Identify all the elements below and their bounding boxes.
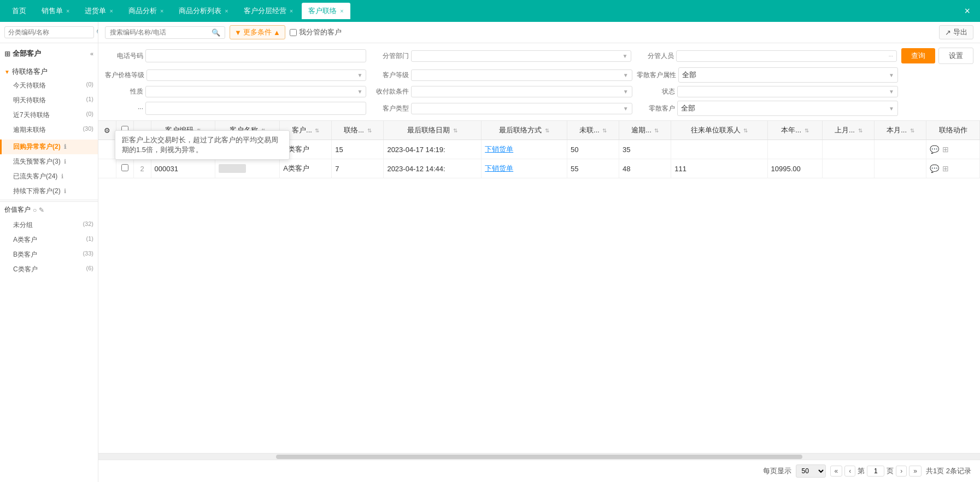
phone-input[interactable] (145, 49, 366, 62)
scroll-thumb[interactable] (276, 455, 802, 459)
price-grade-arrow: ▼ (357, 72, 362, 78)
retail-attr-arrow: ▼ (889, 72, 894, 78)
payment-arrow: ▼ (623, 89, 629, 95)
settings-button[interactable]: 设置 (938, 48, 973, 64)
value-customers-label: 价值客户 (4, 205, 31, 214)
query-button[interactable]: 查询 (901, 48, 935, 63)
main-search-icon[interactable]: 🔍 (212, 28, 220, 37)
main-search-box: 🔍 (105, 26, 225, 39)
value-customers-edit-btn[interactable]: ✎ (39, 206, 44, 214)
row1-chat-icon[interactable]: 💬 (930, 145, 939, 154)
more-conditions-label: 更多条件 (243, 27, 272, 37)
more-conditions-btn[interactable]: ▼ 更多条件 ▲ (230, 25, 285, 39)
dept-select[interactable]: ▼ (411, 50, 632, 62)
nav-purchase[interactable]: 进货单 × (78, 3, 119, 19)
sidebar-item-overdue[interactable]: 逾期未联络(30) (0, 123, 98, 137)
row1-grid-icon[interactable]: ⊞ (942, 145, 949, 154)
horizontal-scrollbar[interactable] (98, 453, 980, 460)
nav-analysis-close[interactable]: × (160, 8, 163, 14)
sidebar-item-lost[interactable]: 已流失客户(24) ℹ (0, 169, 98, 184)
row2-chat-icon[interactable]: 💬 (930, 164, 939, 173)
nav-home[interactable]: 首页 (5, 3, 33, 19)
sidebar-collapse-btn[interactable]: « (90, 50, 93, 57)
per-page-select[interactable]: 50 20 100 (796, 464, 826, 478)
price-grade-select[interactable]: ▼ (146, 69, 366, 81)
last-page-btn[interactable]: » (909, 466, 922, 477)
sidebar-item-c-class[interactable]: C类客户(6) (0, 262, 98, 277)
row2-method-link[interactable]: 下销货单 (485, 164, 513, 172)
row2-grid-icon[interactable]: ⊞ (942, 164, 949, 173)
th-contacts-person[interactable]: 往来单位联系人 ⇅ (671, 121, 767, 140)
value-customers-circle-btn[interactable]: ○ (33, 206, 37, 214)
th-this-month[interactable]: 本月... ⇅ (875, 121, 926, 140)
th-overdue[interactable]: 逾期... ⇅ (619, 121, 671, 140)
th-settings[interactable]: ⚙ (98, 121, 116, 140)
my-customers-checkbox[interactable] (290, 29, 297, 36)
first-page-btn[interactable]: « (830, 466, 843, 477)
th-last-month[interactable]: 上月... ⇅ (823, 121, 875, 140)
nav-analysis[interactable]: 商品分析 × (122, 3, 170, 19)
person-select[interactable]: ··· (676, 50, 897, 62)
row2-name[interactable] (215, 159, 280, 178)
prev-page-btn[interactable]: ‹ (844, 466, 855, 477)
sidebar-item-ungrouped[interactable]: 未分组(32) (0, 218, 98, 233)
row2-last-month (823, 159, 875, 178)
sidebar-search-input[interactable] (4, 26, 94, 38)
row1-last-date: 2023-04-17 14:19: (384, 140, 482, 159)
retail-attr-field: 零散客户属性 全部 ▼ (637, 67, 898, 83)
my-customers-filter[interactable]: 我分管的客户 (290, 27, 342, 37)
row1-this-month (875, 140, 926, 159)
nav-customer-contact-close[interactable]: × (340, 8, 343, 14)
top-nav: 首页 销售单 × 进货单 × 商品分析 × 商品分析列表 × 客户分层经营 × … (0, 0, 980, 22)
th-this-year[interactable]: 本年... ⇅ (767, 121, 823, 140)
customer-grade-select[interactable]: ▼ (411, 69, 632, 81)
row2-code[interactable]: 000031 (151, 159, 215, 178)
all-customers-label: 全部客户 (13, 49, 41, 59)
nature-select[interactable]: ▼ (145, 86, 366, 97)
sidebar-item-a-class[interactable]: A类客户(1) (0, 233, 98, 247)
sidebar-item-repurchase-abnormal[interactable]: 回购异常客户(2) ℹ (0, 140, 98, 154)
retail-attr-select[interactable]: 全部 ▼ (678, 67, 898, 83)
row1-contact: 15 (332, 140, 384, 159)
nav-analysis-list-label: 商品分析列表 (179, 6, 221, 16)
misc-input[interactable] (145, 102, 366, 115)
pending-contact-title[interactable]: ▼ 待联络客户 (0, 64, 98, 78)
nav-customer-contact[interactable]: 客户联络 × (302, 3, 350, 19)
th-unread[interactable]: 未联... ⇅ (567, 121, 619, 140)
nav-customer-tier[interactable]: 客户分层经营 × (237, 3, 300, 19)
row1-last-method: 下销货单 (482, 140, 567, 159)
sidebar-item-7days[interactable]: 近7天待联络(0) (0, 108, 98, 123)
th-contact[interactable]: 联络... ⇅ (332, 121, 384, 140)
row1-method-link[interactable]: 下销货单 (485, 145, 513, 153)
export-button[interactable]: ↗ 导出 (939, 25, 973, 39)
payment-select[interactable]: ▼ (411, 86, 632, 97)
window-close-button[interactable]: × (960, 3, 975, 19)
sidebar-item-tomorrow[interactable]: 明天待联络(1) (0, 93, 98, 108)
nav-customer-tier-close[interactable]: × (290, 8, 293, 14)
sidebar-item-b-class[interactable]: B类客户(33) (0, 247, 98, 262)
status-label: 状态 (637, 87, 675, 96)
th-last-date[interactable]: 最后联络日期 ⇅ (384, 121, 482, 140)
nav-purchase-close[interactable]: × (109, 8, 113, 14)
sidebar-item-loss-warning[interactable]: 流失预警客户(3) ℹ (0, 154, 98, 169)
status-select[interactable]: ▼ (677, 86, 898, 97)
main-search-input[interactable] (110, 28, 209, 36)
nav-sales[interactable]: 销售单 × (35, 3, 76, 19)
customer-type-select[interactable]: ▼ (411, 103, 632, 114)
page-number-input[interactable] (867, 466, 884, 477)
th-last-method[interactable]: 最后联络方式 ⇅ (482, 121, 567, 140)
export-icon: ↗ (945, 28, 951, 37)
retail-customer-arrow: ▼ (889, 106, 894, 112)
sidebar-all-customers[interactable]: ⊞ 全部客户 « (0, 45, 98, 62)
row2-checkbox-cell (116, 159, 133, 178)
row2-checkbox[interactable] (121, 164, 128, 171)
retail-customer-select[interactable]: 全部 ▼ (677, 101, 898, 116)
nav-analysis-list-close[interactable]: × (225, 8, 228, 14)
value-customers-header: 价值客户 ○ ✎ (0, 201, 98, 218)
customer-grade-field: 客户等级 ▼ (371, 69, 632, 81)
nav-sales-close[interactable]: × (66, 8, 69, 14)
sidebar-item-today[interactable]: 今天待联络(0) (0, 78, 98, 93)
nav-analysis-list[interactable]: 商品分析列表 × (172, 3, 234, 19)
sidebar-item-declining[interactable]: 持续下滑客户(2) ℹ (0, 184, 98, 199)
next-page-btn[interactable]: › (896, 466, 907, 477)
